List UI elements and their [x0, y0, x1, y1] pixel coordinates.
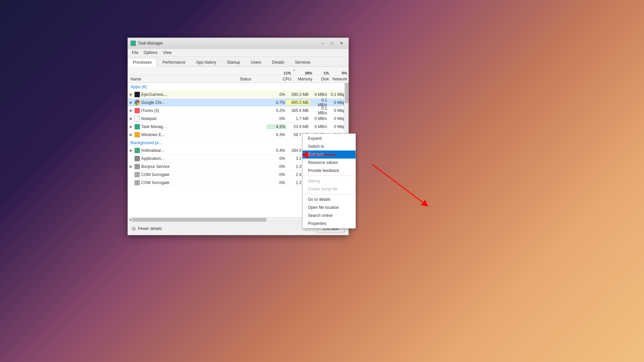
svg-rect-2 [131, 44, 133, 45]
minimize-button[interactable]: − [318, 40, 327, 47]
process-icon-epic [135, 92, 140, 97]
ctx-create-dump: Create dump file [303, 185, 356, 193]
ctx-properties[interactable]: Properties [303, 220, 356, 228]
col-header-name[interactable]: Name [128, 77, 238, 81]
process-icon-com1 [135, 172, 140, 177]
expand-icon[interactable]: ▶ [128, 148, 135, 152]
process-name: Windows E... [141, 132, 226, 137]
tab-details[interactable]: Details [267, 58, 289, 66]
cpu-value: 0% [266, 180, 286, 185]
process-name: iTunes (5) [141, 108, 226, 113]
tab-users[interactable]: Users [246, 58, 266, 66]
disk-value: 0 MB/s [310, 92, 328, 97]
table-row[interactable]: ▶ Google Chr... 0.7% 895.0 MB 0.1 MB/s 0… [128, 99, 348, 107]
tab-app-history[interactable]: App history [191, 58, 221, 66]
process-name: Bonjour Service [141, 164, 226, 169]
expand-icon[interactable]: ▶ [128, 93, 135, 96]
process-name: COM Surrogate [141, 172, 226, 177]
ctx-resource-values[interactable]: Resource values [303, 159, 356, 167]
process-name: Notepad [141, 116, 226, 121]
tab-processes[interactable]: Processes [128, 58, 157, 67]
col-header-memory[interactable]: Memory [292, 77, 314, 81]
menubar: File Options View [128, 49, 348, 57]
cpu-usage: 11% [274, 71, 292, 75]
task-manager-window: Task Manager − □ ✕ File Options View Pro… [127, 38, 349, 235]
window-controls: − □ ✕ [318, 40, 346, 47]
table-row[interactable]: ▶ Task Manag... 4.1% 23.9 MB 0 MB/s 0 Mb… [128, 123, 348, 131]
table-row[interactable]: ▶ EpicGamesL... 0% 280.3 MB 0 MB/s 0.1 M… [128, 90, 348, 99]
cpu-value: 0.7% [266, 100, 286, 105]
disk-value: 0 MB/s [310, 124, 328, 129]
scroll-thumb-h[interactable] [132, 218, 266, 222]
col-header-network[interactable]: Network [330, 77, 348, 81]
expand-icon[interactable]: ▶ [128, 125, 135, 128]
cpu-value: 0% [266, 164, 286, 169]
disk-usage: 1% [314, 71, 330, 75]
ctx-end-task[interactable]: End task [303, 150, 356, 159]
col-header-cpu[interactable]: CPU [274, 77, 292, 81]
ctx-search-online[interactable]: Search online [303, 212, 356, 220]
expand-icon[interactable]: ▶ [128, 133, 135, 136]
process-name: Application... [141, 156, 226, 161]
ctx-switch-to[interactable]: Switch to [303, 142, 356, 150]
ctx-expand[interactable]: Expand [303, 134, 356, 142]
fewer-details-icon: ⊙ [132, 226, 136, 231]
network-usage: 0% [330, 71, 348, 75]
process-name: Task Manag... [141, 124, 226, 129]
cpu-value: 4.1% [266, 124, 286, 129]
memory-value: 895.0 MB [286, 100, 310, 105]
process-icon-antimalware [135, 148, 140, 153]
process-icon-notepad [135, 116, 140, 121]
svg-rect-0 [131, 41, 133, 43]
tab-services[interactable]: Services [290, 58, 316, 66]
memory-usage: 38% [292, 71, 314, 75]
sort-arrow-icon: ∧ [293, 68, 295, 72]
disk-value: 0.1 MB/s [310, 106, 328, 115]
memory-value: 1.7 MB [286, 116, 310, 121]
scroll-left-arrow[interactable]: ◀ [128, 218, 132, 222]
process-icon-explorer [135, 132, 140, 137]
col-header-status[interactable]: Status [238, 77, 274, 81]
svg-rect-1 [133, 41, 135, 43]
cpu-value: 0% [266, 92, 286, 97]
maximize-button[interactable]: □ [328, 40, 336, 47]
expand-icon[interactable]: ▶ [128, 117, 135, 120]
process-icon-com2 [135, 180, 140, 185]
tabbar: Processes Performance App history Startu… [128, 57, 348, 67]
svg-rect-3 [133, 44, 135, 45]
table-row[interactable]: ▶ iTunes (5) 0.2% 305.4 MB 0.1 MB/s 0 Mb… [128, 107, 348, 115]
disk-value: 0 MB/s [310, 116, 328, 121]
ctx-provide-feedback[interactable]: Provide feedback [303, 167, 356, 175]
menu-view[interactable]: View [160, 50, 174, 56]
close-button[interactable]: ✕ [337, 40, 346, 47]
expand-icon[interactable]: ▶ [128, 101, 135, 104]
process-name: COM Surrogate [141, 180, 226, 185]
menu-file[interactable]: File [129, 50, 141, 56]
expand-icon[interactable]: ▶ [128, 109, 135, 112]
cpu-value: 0% [266, 116, 286, 121]
process-icon-bonjour [135, 164, 140, 169]
memory-value: 23.9 MB [286, 124, 310, 129]
tab-startup[interactable]: Startup [222, 58, 245, 66]
cpu-value: 0.3% [266, 132, 286, 137]
cpu-value: 0% [266, 156, 286, 161]
process-icon-application [135, 156, 140, 161]
table-row[interactable]: ▶ Notepad 0% 1.7 MB 0 MB/s 0 Mbps [128, 115, 348, 123]
process-icon-itunes [135, 108, 140, 113]
fewer-details-label: Fewer details [138, 226, 162, 231]
expand-icon[interactable]: ▶ [128, 165, 135, 168]
ctx-debug: Debug [303, 177, 356, 185]
column-headers: ∧ 11% 38% 1% 0% Name Status CPU Memory D… [128, 67, 348, 83]
cpu-value: 0% [266, 172, 286, 177]
ctx-open-file-location[interactable]: Open file location [303, 203, 356, 212]
tab-performance[interactable]: Performance [157, 58, 191, 66]
ctx-go-to-details[interactable]: Go to details [303, 195, 356, 203]
process-name: Google Chr... [141, 100, 226, 105]
fewer-details-button[interactable]: ⊙ Fewer details [132, 226, 162, 231]
process-icon-chrome [135, 100, 140, 105]
col-header-disk[interactable]: Disk [314, 77, 330, 81]
titlebar: Task Manager − □ ✕ [128, 38, 348, 49]
scrollbar-thumb[interactable] [345, 83, 348, 103]
ctx-separator-2 [303, 194, 356, 194]
menu-options[interactable]: Options [141, 50, 160, 56]
